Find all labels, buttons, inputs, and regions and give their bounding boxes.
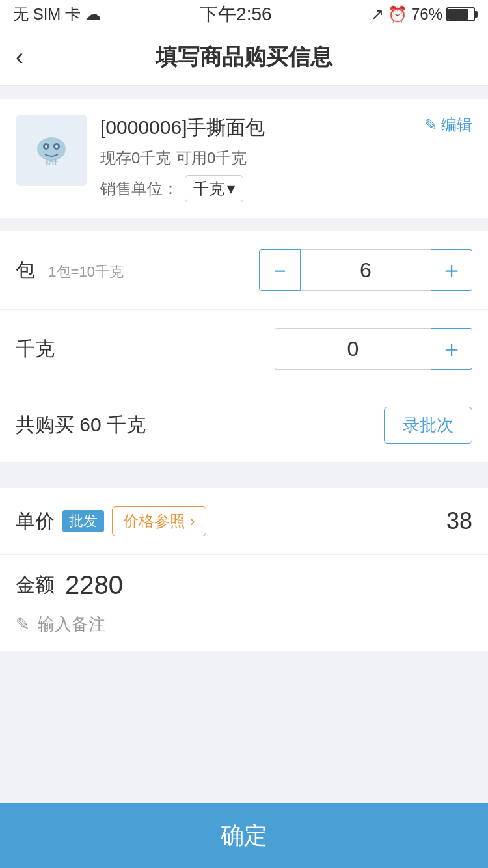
package-plus-button[interactable]: ＋: [431, 249, 472, 291]
kilogram-label: 千克: [16, 336, 275, 362]
svg-point-4: [55, 145, 58, 148]
amount-row: 金额 2280: [16, 571, 472, 600]
price-value: 38: [446, 508, 472, 535]
divider-2: [0, 462, 488, 475]
edit-button[interactable]: ✎ 编辑: [424, 115, 472, 135]
battery-label: 76%: [411, 5, 442, 23]
product-info: [0000006]手撕面包 现存0千克 可用0千克 销售单位： 千克 ▾: [100, 115, 472, 202]
status-right: ↗ ⏰ 76%: [371, 5, 475, 23]
svg-point-0: [37, 137, 66, 161]
price-section: 单价 批发 价格参照 › 38: [0, 488, 488, 555]
price-tag: 批发: [62, 510, 104, 532]
product-name: [0000006]手撕面包: [100, 115, 472, 141]
remark-label: 输入备注: [38, 613, 105, 636]
amount-label: 金额: [16, 572, 55, 599]
unit-value: 千克: [193, 178, 224, 199]
page-title: 填写商品购买信息: [156, 42, 332, 72]
package-row: 包 1包=10千克 － ＋: [0, 231, 488, 310]
package-hint: 1包=10千克: [48, 264, 124, 280]
product-image: 智计: [16, 115, 87, 186]
price-label: 单价: [16, 508, 55, 535]
remark-row[interactable]: ✎ 输入备注: [16, 613, 472, 651]
location-icon: ↗: [371, 5, 384, 23]
battery-icon: [446, 7, 475, 21]
kilogram-plus-button[interactable]: ＋: [431, 328, 472, 370]
status-bar: 无 SIM 卡 ☁ 下午2:56 ↗ ⏰ 76%: [0, 0, 488, 29]
status-time: 下午2:56: [200, 2, 272, 27]
package-minus-button[interactable]: －: [259, 249, 301, 291]
price-ref-button[interactable]: 价格参照 ›: [112, 506, 206, 536]
unit-select[interactable]: 千克 ▾: [185, 175, 243, 202]
summary-row: 共购买 60 千克 录批次: [0, 388, 488, 462]
divider-1: [0, 218, 488, 231]
edit-label: 编辑: [441, 115, 472, 135]
product-unit: 销售单位： 千克 ▾: [100, 175, 472, 202]
kilogram-quantity-input[interactable]: [275, 328, 431, 370]
remark-icon: ✎: [16, 614, 30, 634]
unit-arrow: ▾: [227, 180, 235, 198]
status-left: 无 SIM 卡 ☁: [13, 4, 101, 25]
svg-point-3: [45, 145, 47, 148]
edit-icon: ✎: [424, 116, 437, 134]
back-button[interactable]: ‹: [16, 44, 23, 71]
price-row: 单价 批发 价格参照 › 38: [0, 488, 488, 555]
summary-text: 共购买 60 千克: [16, 412, 146, 439]
product-logo: 智计: [32, 131, 71, 170]
product-card: 智计 [0000006]手撕面包 现存0千克 可用0千克 销售单位： 千克 ▾ …: [0, 99, 488, 218]
price-left: 单价 批发 价格参照 ›: [16, 506, 206, 536]
package-quantity-input[interactable]: [301, 249, 431, 291]
batch-button[interactable]: 录批次: [384, 407, 472, 444]
svg-text:智计: 智计: [45, 159, 58, 166]
alarm-icon: ⏰: [388, 5, 407, 23]
sim-label: 无 SIM 卡 ☁: [13, 4, 101, 25]
amount-section: 金额 2280 ✎ 输入备注: [0, 555, 488, 651]
amount-value: 2280: [65, 571, 123, 600]
input-section: 包 1包=10千克 － ＋ 千克 ＋: [0, 231, 488, 388]
kilogram-row: 千克 ＋: [0, 310, 488, 388]
package-label: 包 1包=10千克: [16, 257, 259, 284]
kilogram-quantity-control: ＋: [275, 328, 472, 370]
nav-bar: ‹ 填写商品购买信息: [0, 29, 488, 86]
package-quantity-control: － ＋: [259, 249, 472, 291]
product-stock: 现存0千克 可用0千克: [100, 148, 472, 169]
confirm-button[interactable]: 确定: [0, 803, 488, 868]
